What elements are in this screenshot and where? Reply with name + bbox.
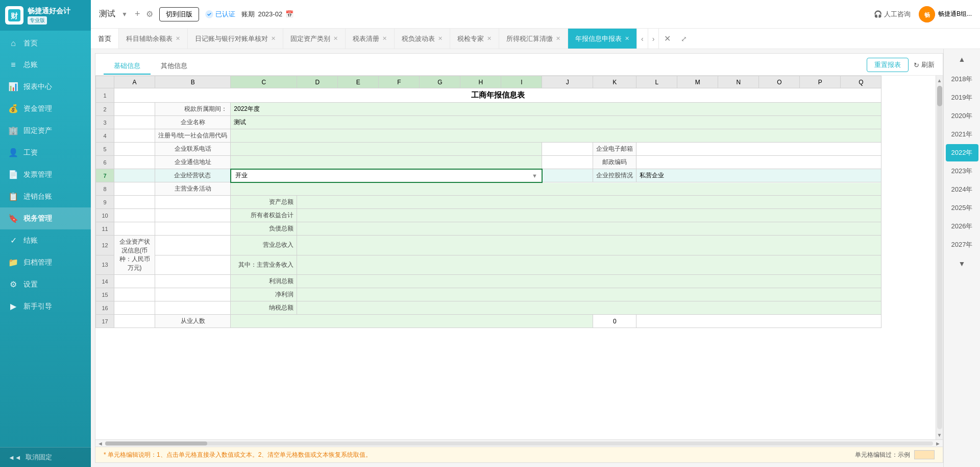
user-menu[interactable]: 畅 畅捷通B组... [919, 6, 972, 22]
scroll-thumb[interactable] [937, 86, 942, 106]
col-header-f[interactable]: F [379, 76, 420, 88]
tab-close-icon[interactable]: ✕ [556, 35, 560, 42]
sidebar-item-报表中心[interactable]: 📊报表中心 [0, 76, 91, 98]
tab-next-button[interactable]: › [648, 29, 659, 49]
add-tab-button[interactable]: + [135, 9, 140, 19]
tab-6[interactable]: 税检专家✕ [450, 29, 499, 49]
sidebar-icon: 📋 [8, 192, 18, 201]
calendar-icon[interactable]: 📅 [285, 10, 293, 18]
tab-close-icon[interactable]: ✕ [333, 35, 338, 42]
horizontal-scrollbar[interactable]: ◄ ► [95, 439, 943, 447]
year-item-2027年[interactable]: 2027年 [946, 236, 978, 253]
sidebar-label: 固定资产 [23, 126, 52, 135]
scroll-track[interactable] [937, 86, 942, 429]
sidebar-item-固定资产[interactable]: 🏢固定资产 [0, 120, 91, 142]
col-header-e[interactable]: E [338, 76, 379, 88]
sub-tab-其他信息[interactable]: 其他信息 [151, 58, 198, 75]
year-item-2024年[interactable]: 2024年 [946, 181, 978, 198]
hscroll-thumb[interactable] [105, 441, 207, 446]
col-header-o[interactable]: O [759, 76, 800, 88]
col-header-h[interactable]: H [460, 76, 501, 88]
settings-icon[interactable]: ⚙ [146, 9, 153, 19]
year-item-2021年[interactable]: 2021年 [946, 126, 978, 143]
sidebar-item-结账[interactable]: ✓结账 [0, 229, 91, 251]
sidebar-item-首页[interactable]: ⌂首页 [0, 33, 91, 54]
hscroll-track[interactable] [105, 441, 933, 446]
col-header-b[interactable]: B [155, 76, 231, 88]
tab-prev-button[interactable]: ‹ [637, 29, 648, 49]
col-header-j[interactable]: J [542, 76, 593, 88]
sidebar-icon: 📁 [8, 258, 18, 267]
year-item-2022年[interactable]: 2022年 [946, 144, 978, 161]
sidebar-label: 发票管理 [23, 170, 52, 179]
tab-close-icon[interactable]: ✕ [487, 35, 492, 42]
table-row: 9 资产总额 [96, 196, 881, 209]
tab-expand-button[interactable]: ⤢ [676, 29, 692, 49]
table-row: 7 企业经营状态 开业 ▼ 企业控股情况 [96, 169, 881, 182]
tab-close-icon[interactable]: ✕ [176, 35, 180, 42]
scroll-up-button[interactable]: ▲ [936, 77, 943, 84]
table-row: 13 其中：主营业务收入 [96, 255, 881, 275]
tab-close-all-button[interactable]: ✕ [659, 29, 676, 49]
sidebar-item-新手引导[interactable]: ▶新手引导 [0, 295, 91, 317]
scroll-left-icon[interactable]: ◄ [97, 440, 103, 447]
tab-4[interactable]: 税表清册✕ [346, 29, 395, 49]
refresh-button[interactable]: ↻ 刷新 [914, 60, 935, 69]
col-header-l[interactable]: L [636, 76, 677, 88]
col-header-g[interactable]: G [420, 76, 460, 88]
year-item-2025年[interactable]: 2025年 [946, 199, 978, 217]
tab-8[interactable]: 年报信息申报表✕ [568, 29, 637, 49]
tab-3[interactable]: 固定资产类别✕ [283, 29, 346, 49]
col-header-d[interactable]: D [297, 76, 338, 88]
tab-5[interactable]: 税负波动表✕ [395, 29, 450, 49]
sheet-footer: * 单元格编辑说明：1、点击单元格直接录入数值或文本。2、清空单元格数值或文本恢… [95, 447, 943, 462]
year-item-2018年[interactable]: 2018年 [946, 71, 978, 88]
scroll-down-button[interactable]: ▼ [936, 431, 943, 438]
sidebar-icon: ≡ [8, 60, 18, 69]
sidebar-item-税务管理[interactable]: 🔖税务管理 [0, 207, 91, 229]
year-panel: ▲ 2018年2019年2020年2021年2022年2023年2024年202… [943, 49, 980, 467]
sidebar-icon: 🔖 [8, 214, 18, 223]
sidebar-item-工资[interactable]: 👤工资 [0, 142, 91, 164]
svg-text:畅: 畅 [924, 12, 929, 18]
sidebar-item-总账[interactable]: ≡总账 [0, 54, 91, 76]
col-header-c[interactable]: C [231, 76, 297, 88]
col-header-k[interactable]: K [593, 76, 636, 88]
sidebar-item-资金管理[interactable]: 💰资金管理 [0, 98, 91, 120]
sidebar-item-归档管理[interactable]: 📁归档管理 [0, 251, 91, 273]
reset-button[interactable]: 重置报表 [867, 58, 909, 72]
col-header-a[interactable]: A [114, 76, 155, 88]
year-item-2023年[interactable]: 2023年 [946, 162, 978, 180]
col-header-m[interactable]: M [677, 76, 718, 88]
sidebar-item-设置[interactable]: ⚙设置 [0, 273, 91, 295]
tab-1[interactable]: 科目辅助余额表✕ [119, 29, 188, 49]
spreadsheet-wrapper[interactable]: A B C D E F G H I J K L [95, 76, 936, 439]
year-scroll-down[interactable]: ▼ [955, 256, 969, 271]
col-header-i[interactable]: I [501, 76, 542, 88]
sub-tab-基础信息[interactable]: 基础信息 [104, 58, 151, 75]
tab-close-icon[interactable]: ✕ [382, 35, 387, 42]
tab-close-icon[interactable]: ✕ [271, 35, 276, 42]
col-header-n[interactable]: N [718, 76, 759, 88]
consult-button[interactable]: 🎧 人工咨询 [874, 10, 911, 19]
year-scroll-up[interactable]: ▲ [955, 52, 969, 66]
tab-7[interactable]: 所得税汇算清缴✕ [499, 29, 568, 49]
table-row: 2 税款所属期间： 2022年度 [96, 103, 881, 116]
switch-version-button[interactable]: 切到旧版 [159, 7, 199, 21]
scroll-right-icon[interactable]: ► [935, 440, 941, 447]
tab-2[interactable]: 日记账与银行对账单核对✕ [188, 29, 283, 49]
col-header-q[interactable]: Q [841, 76, 881, 88]
company-dropdown-icon[interactable]: ▼ [121, 11, 128, 18]
tab-close-icon[interactable]: ✕ [625, 35, 629, 42]
verified-badge: 已认证 [205, 10, 235, 19]
year-item-2020年[interactable]: 2020年 [946, 107, 978, 125]
sidebar-item-进销台账[interactable]: 📋进销台账 [0, 185, 91, 207]
col-header-p[interactable]: P [800, 76, 841, 88]
tab-0[interactable]: 首页 [91, 29, 119, 49]
tab-close-icon[interactable]: ✕ [438, 35, 443, 42]
year-item-2019年[interactable]: 2019年 [946, 89, 978, 106]
year-item-2026年[interactable]: 2026年 [946, 218, 978, 235]
vertical-scrollbar[interactable]: ▲ ▼ [936, 76, 943, 439]
sidebar-item-发票管理[interactable]: 📄发票管理 [0, 164, 91, 185]
sidebar-collapse-btn[interactable]: ◄◄ 取消固定 [0, 447, 91, 467]
